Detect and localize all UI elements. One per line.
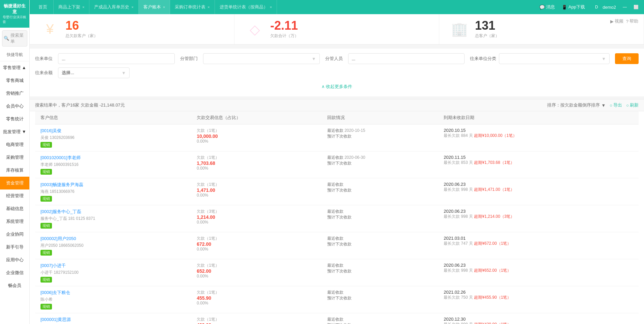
tab-product-history[interactable]: 产成品入库单历史 ×	[89, 0, 138, 14]
debt-amount[interactable]: 429.00	[197, 322, 316, 324]
close-purchase-stats[interactable]: ×	[207, 5, 209, 9]
customer-name-link[interactable]: [000002]用户2050	[40, 236, 76, 241]
overdue-amount-link[interactable]: 超期¥1,703.68（1笔）	[474, 160, 514, 165]
debt-amount[interactable]: 10,000.00	[197, 134, 316, 139]
debt-amount[interactable]: 1,471.00	[197, 187, 316, 193]
close-customer-account[interactable]: ×	[163, 5, 165, 9]
unit-category-label: 往来单位分类	[470, 56, 496, 62]
stat-total-customers: 🏢 131 总客户（家） ▶ 视频 ? 帮助	[439, 14, 644, 44]
last-payment-label: 最近收款	[327, 236, 433, 241]
sidebar-item-vip[interactable]: 畅会员	[0, 279, 29, 292]
remaining-select[interactable]: 选择... ▼	[58, 67, 130, 78]
sidebar-item-retail-mall[interactable]: 零售商城	[0, 74, 29, 87]
refresh-button[interactable]: ○ 刷新	[626, 102, 639, 108]
due-date-cell: 2020.10.15 最长欠款 884 天 超期¥10,000.00（1笔）	[438, 124, 639, 151]
customer-info-cell: [0006]去下粮仓 陈小希 现销	[35, 286, 191, 313]
app-download-button[interactable]: 📱 App下载	[559, 3, 588, 11]
close-product-history[interactable]: ×	[131, 5, 133, 9]
tab-customer-account[interactable]: 客户账本 ×	[139, 0, 170, 14]
overdue-amount-link[interactable]: 超期¥10,000.00（1笔）	[474, 133, 517, 138]
stat-debt-amount: ◇ -2.11 欠款合计（万）	[234, 14, 439, 44]
customer-name-link[interactable]: [0016]吴俊	[40, 128, 61, 133]
recovery-cell: 最近收款 预计下次收款	[322, 178, 438, 205]
search-menu-button[interactable]: 🔍 搜索菜单	[2, 30, 27, 47]
help-button[interactable]: ? 帮助	[626, 18, 638, 24]
customer-phone: 小进千 18279152100	[40, 270, 186, 275]
search-button[interactable]: 查询	[615, 53, 639, 64]
sidebar-item-retail-mgmt[interactable]: 零售管理 ▲	[0, 61, 29, 74]
total-customers-icon: 🏢	[449, 19, 470, 39]
customer-tag: 现销	[40, 304, 52, 310]
debt-count: 欠款（3笔）	[197, 209, 316, 214]
recovery-cell: 最近收款 预计下次收款	[322, 313, 438, 324]
export-button[interactable]: ○ 导出	[610, 102, 622, 108]
debt-info-cell: 欠款（1笔） 455.90 0.00%	[191, 286, 322, 313]
overdue-amount-link[interactable]: 超期¥1,214.00（3笔）	[474, 214, 514, 219]
filter-from-unit: 往来单位 ...	[35, 53, 175, 64]
customer-phone: 吴俊 13026203696	[40, 135, 186, 141]
due-date: 2021.02.26	[444, 290, 633, 295]
debt-amount[interactable]: 1,214.00	[197, 214, 316, 220]
sidebar-item-quick-nav[interactable]: 快捷导航	[0, 49, 29, 61]
tab-purchase-stats[interactable]: 采购订单统计表 ×	[170, 0, 215, 14]
window-maximize[interactable]: ⬜	[631, 3, 641, 11]
sidebar-item-batch-mgmt[interactable]: 批发管理 ▼	[0, 125, 29, 138]
customer-name-link[interactable]: [0002]服务中心_丁磊	[40, 209, 81, 214]
window-minimize[interactable]: —	[620, 3, 629, 11]
message-button[interactable]: 💬 消息	[537, 3, 558, 11]
debt-amount[interactable]: 652.00	[197, 268, 316, 274]
sidebar-item-ecom[interactable]: 电商管理	[0, 138, 29, 151]
stat-debt-customers: ¥ 16 总欠款客户（家）	[30, 14, 234, 44]
customer-name-link[interactable]: [0001020001]李老师	[40, 155, 81, 160]
sidebar-logo[interactable]: 畅捷通好生意 母婴行业演示账套	[0, 0, 29, 28]
table-row: [0001020001]李老师 李老师 18600391516 现销 欠款（1笔…	[35, 151, 639, 178]
collapse-more-button[interactable]: ∧ 收起更多条件	[35, 82, 639, 92]
customer-tag: 现销	[40, 142, 52, 148]
sidebar-item-basic-info[interactable]: 基础信息	[0, 202, 29, 215]
customer-info-cell: [0003]畅捷服务尹海蕊 海燕 18513066976 现销	[35, 178, 191, 205]
sidebar-item-marketing[interactable]: 营销推广	[0, 87, 29, 100]
customer-name-link[interactable]: [000001]黄思源	[40, 317, 71, 322]
customer-name-link[interactable]: [0003]畅捷服务尹海蕊	[40, 182, 83, 187]
sidebar-item-member-center[interactable]: 会员中心	[0, 100, 29, 113]
last-payment-date: 2020-10-15	[344, 128, 365, 133]
sidebar-item-sys[interactable]: 系统管理	[0, 215, 29, 228]
sidebar-item-corp-wechat[interactable]: 企业微信	[0, 266, 29, 279]
overdue-amount-link[interactable]: 超期¥1,471.00（1笔）	[474, 187, 514, 192]
sidebar-item-retail-stats[interactable]: 零售统计	[0, 113, 29, 125]
unit-category-arrow-icon: ▼	[601, 56, 606, 61]
overdue-amount-link[interactable]: 超期¥455.90（1笔）	[474, 295, 511, 300]
debt-amount[interactable]: 672.00	[197, 241, 316, 247]
sidebar-item-inventory[interactable]: 库存核算	[0, 164, 29, 177]
customer-name-link[interactable]: [0006]去下粮仓	[40, 290, 70, 295]
sidebar-item-guide[interactable]: 新手引导	[0, 241, 29, 254]
close-inventory-stats[interactable]: ×	[270, 5, 272, 9]
debt-amount[interactable]: 455.90	[197, 295, 316, 301]
customer-name-link[interactable]: [0007]小进千	[40, 263, 66, 268]
video-icon: ▶	[610, 19, 614, 24]
sidebar-item-purchase[interactable]: 采购管理	[0, 151, 29, 164]
sort-dropdown[interactable]: 排序：按欠款金额倒序排序 ▼	[547, 102, 606, 108]
overdue-amount-link[interactable]: 超期¥672.00（1笔）	[474, 241, 511, 246]
debt-count: 欠款（1笔）	[197, 236, 316, 241]
close-product-status[interactable]: ×	[82, 5, 84, 9]
tab-home[interactable]: 首页	[32, 0, 54, 14]
overdue-amount-link[interactable]: 超期¥429.00（1笔）	[474, 322, 511, 324]
due-date-cell: 2020.06.23 最长欠款 998 天 超期¥1,471.00（1笔）	[438, 178, 639, 205]
debt-amount[interactable]: 1,703.68	[197, 160, 316, 166]
sidebar-item-ops[interactable]: 经营管理	[0, 189, 29, 202]
overdue-amount-link[interactable]: 超期¥652.00（1笔）	[474, 268, 511, 273]
from-unit-input[interactable]: ...	[58, 53, 175, 64]
tab-inventory-stats[interactable]: 进货单统计表（按商品） ×	[215, 0, 277, 14]
sort-label: 排序：按欠款金额倒序排序	[547, 102, 600, 108]
sidebar-item-capital[interactable]: 资金管理	[0, 177, 29, 189]
sidebar-item-enterprise[interactable]: 企业协同	[0, 228, 29, 241]
video-button[interactable]: ▶ 视频	[610, 18, 623, 24]
dept-select[interactable]: ▼	[203, 53, 320, 64]
manager-input[interactable]: ...	[348, 53, 465, 64]
user-menu[interactable]: D demo2	[589, 1, 619, 13]
sidebar-item-app-center[interactable]: 应用中心	[0, 254, 29, 266]
unit-category-select[interactable]: ▼	[499, 53, 610, 64]
tab-product-status[interactable]: 商品上下架 ×	[54, 0, 89, 14]
debt-info-cell: 欠款（1笔） 429.00 0.00%	[191, 313, 322, 324]
